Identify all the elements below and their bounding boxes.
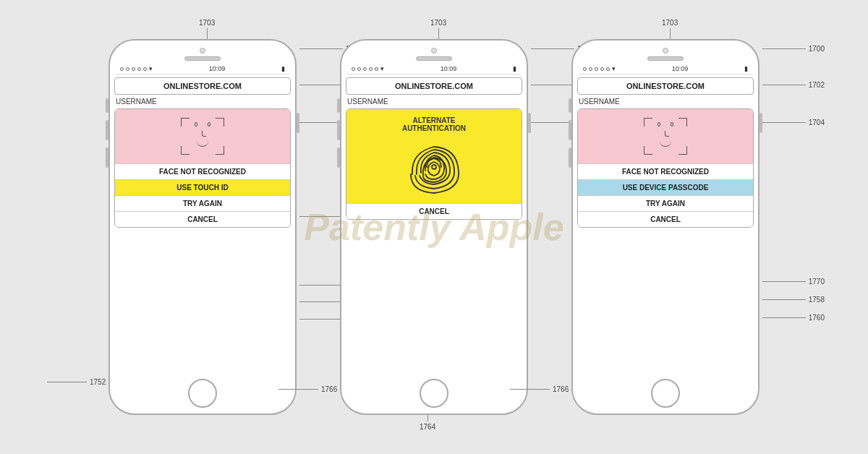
battery-icon: ▮ <box>281 65 285 72</box>
signal-dot3 <box>132 67 135 71</box>
face-smile <box>197 141 208 147</box>
side-btn-left-3-3 <box>569 147 571 168</box>
phone2: ▾ 10:09 ▮ ONLINESTORE.COM USERNAME ALTER… <box>340 39 528 415</box>
auth-card-3: FACE NOT RECOGNIZED USE DEVICE PASSCODE … <box>577 108 754 228</box>
ref-1752: 1752 <box>47 378 106 386</box>
ref3-1758: 1758 <box>762 296 825 304</box>
side-btn-left-1-3 <box>569 98 571 113</box>
wifi-icon-3: ▾ <box>612 65 616 72</box>
ref-1703-top-2: 1703 <box>430 19 446 40</box>
signal-dot1 <box>120 67 124 71</box>
ref-1703-top-3: 1703 <box>662 19 678 40</box>
ref3-1704: 1704 <box>762 119 825 127</box>
speaker-3 <box>647 56 684 61</box>
side-btn-left-1 <box>106 98 109 113</box>
side-btn-left-2-2 <box>337 120 340 140</box>
side-btn-left-2-3 <box>569 120 571 140</box>
status-bar-2: ▾ 10:09 ▮ <box>347 64 521 74</box>
use-touch-id-button[interactable]: USE TOUCH ID <box>115 179 290 195</box>
wifi-icon: ▾ <box>149 65 153 72</box>
username-label-2: USERNAME <box>346 98 522 106</box>
home-button-2[interactable] <box>420 379 448 408</box>
phone3-top <box>573 40 758 64</box>
status-left-3: ▾ <box>583 65 616 72</box>
status-bar-3: ▾ 10:09 ▮ <box>579 64 752 74</box>
url-bar: ONLINESTORE.COM <box>114 77 291 95</box>
signal-dot2-3 <box>589 67 592 71</box>
camera <box>200 48 205 53</box>
face-icon <box>181 118 224 158</box>
signal-dot2-2 <box>357 67 361 71</box>
side-btn-left-1-2 <box>337 98 340 113</box>
bracket-tr <box>216 118 224 127</box>
face-eye-right <box>208 122 210 127</box>
side-btn-left-3 <box>106 147 109 168</box>
signal-dot5 <box>143 67 147 71</box>
ref2-1766: 1766 <box>278 385 337 393</box>
cancel-button-3[interactable]: CANCEL <box>578 211 753 227</box>
face-area <box>115 109 290 163</box>
ref3-1770: 1770 <box>762 278 825 286</box>
svg-point-0 <box>432 165 436 169</box>
home-button[interactable] <box>188 379 217 408</box>
side-btn-left-3-2 <box>337 147 340 168</box>
face-eye-right-3 <box>671 122 673 127</box>
phone1: ▾ 10:09 ▮ ONLINESTORE.COM USERNAME <box>109 39 297 415</box>
face-nose <box>202 131 206 137</box>
signal-dot5-2 <box>375 67 378 71</box>
face-eyes-3 <box>658 122 673 127</box>
phones-container: Patently Apple 1703 1700 1702 1704 1754 … <box>109 39 760 415</box>
try-again-button[interactable]: TRY AGAIN <box>115 195 290 211</box>
url-bar-3: ONLINESTORE.COM <box>577 77 754 95</box>
phone2-wrapper: 1703 1700 1702 1704 1766 1764 <box>340 39 528 415</box>
username-label-3: USERNAME <box>577 98 754 106</box>
phone2-screen: ONLINESTORE.COM USERNAME ALTERNATEAUTHEN… <box>346 77 522 373</box>
phone3-screen: ONLINESTORE.COM USERNAME <box>577 77 754 373</box>
signal-dot5-3 <box>606 67 610 71</box>
face-nose-3 <box>665 131 669 137</box>
time-display: 10:09 <box>209 65 226 72</box>
face-not-recognized-text: FACE NOT RECOGNIZED <box>115 163 290 179</box>
phone1-top <box>110 40 295 64</box>
ref3-1700: 1700 <box>762 45 825 53</box>
username-label: USERNAME <box>114 98 291 106</box>
wifi-icon-2: ▾ <box>380 65 384 72</box>
auth-card: FACE NOT RECOGNIZED USE TOUCH ID TRY AGA… <box>114 108 291 228</box>
signal-dot4-2 <box>369 67 373 71</box>
status-left: ▾ <box>120 65 153 72</box>
phone1-screen: ONLINESTORE.COM USERNAME <box>114 77 291 373</box>
phone2-top <box>341 40 527 64</box>
signal-dot1-3 <box>583 67 587 71</box>
face-icon-3 <box>644 118 687 158</box>
cancel-button[interactable]: CANCEL <box>115 211 290 227</box>
signal-dot2 <box>126 67 129 71</box>
url-bar-2: ONLINESTORE.COM <box>346 77 522 95</box>
alt-auth-title: ALTERNATEAUTHENTICATION <box>402 116 466 132</box>
side-btn-right-3 <box>760 113 762 133</box>
ref2-1764: 1764 <box>420 413 435 431</box>
bracket-tl-3 <box>644 118 652 127</box>
phone1-wrapper: 1703 1700 1702 1704 1754 1756 1740 1706 … <box>109 39 297 415</box>
bracket-bl <box>181 146 190 155</box>
face-eye-left-3 <box>658 122 660 127</box>
ref-1703-top: 1703 <box>199 19 215 40</box>
use-device-passcode-button[interactable]: USE DEVICE PASSCODE <box>578 179 753 195</box>
home-button-3[interactable] <box>651 379 680 408</box>
try-again-button-3[interactable]: TRY AGAIN <box>578 195 753 211</box>
phone3-wrapper: 1703 1700 1702 1704 1770 1758 1760 1766 <box>571 39 760 415</box>
phone3: ▾ 10:09 ▮ ONLINESTORE.COM USERNAME <box>571 39 760 415</box>
camera-3 <box>663 48 668 53</box>
signal-dot3-3 <box>595 67 598 71</box>
face-smile-3 <box>660 141 671 147</box>
bracket-tl <box>181 118 190 127</box>
fingerprint-area: ALTERNATEAUTHENTICATION <box>346 109 522 203</box>
speaker <box>184 56 221 61</box>
status-bar: ▾ 10:09 ▮ <box>116 64 289 74</box>
cancel-button-2[interactable]: CANCEL <box>346 203 522 219</box>
face-not-recognized-3: FACE NOT RECOGNIZED <box>578 163 753 179</box>
battery-icon-2: ▮ <box>513 65 516 72</box>
speaker-2 <box>416 56 452 61</box>
ref3-1760: 1760 <box>762 314 825 322</box>
time-display-3: 10:09 <box>672 65 689 72</box>
face-eye-left <box>195 122 197 127</box>
